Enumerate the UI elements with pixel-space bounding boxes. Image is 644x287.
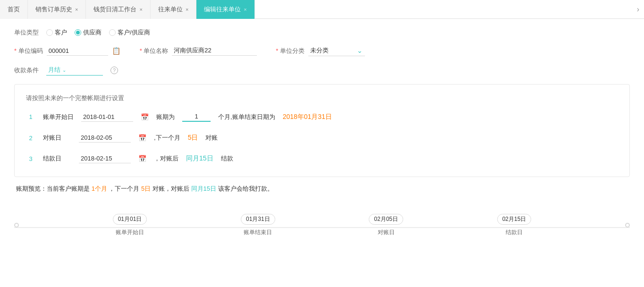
payment-row: 收款条件 月结 ⌄ ?: [14, 65, 630, 76]
close-sales-history-icon[interactable]: ×: [75, 7, 78, 12]
radio-both-label: 客户/供应商: [118, 28, 150, 37]
period-desc-1b: 个月,账单结束日期为: [218, 113, 275, 121]
preview-prefix: 账期预览：当前客户账期是: [16, 185, 90, 192]
period-label-3: 结款日: [43, 154, 71, 163]
timeline-node-0: 01月01日 账单开始日: [113, 214, 147, 236]
period-row-3: 3 结款日 2018-02-15 📅 ，对账后 同月15日 结款: [26, 154, 618, 163]
tab-home-label: 首页: [8, 5, 20, 14]
close-cash-work-icon[interactable]: ×: [139, 7, 142, 12]
tab-sales-history[interactable]: 销售订单历史 ×: [28, 0, 86, 19]
radio-supplier-circle: [75, 29, 81, 36]
unit-code-group: 单位编码 000001 📋: [14, 46, 121, 56]
preview-highlight-2: 5日: [141, 185, 151, 192]
unit-name-group: 单位名称 河南供应商22: [140, 46, 257, 56]
preview-middle-1: ，下一个月: [109, 185, 139, 192]
timeline-badge-1: 01月31日: [241, 214, 275, 225]
unit-name-label: 单位名称: [140, 47, 169, 55]
period-num-2: 2: [26, 135, 35, 142]
period-date-3[interactable]: 2018-02-15: [79, 154, 131, 163]
close-edit-partner-icon[interactable]: ×: [244, 7, 246, 12]
timeline-badge-2: 02月05日: [369, 214, 403, 225]
unit-info-row: 单位编码 000001 📋 单位名称 河南供应商22 单位分类 未分类 ⌄: [14, 45, 630, 56]
tab-edit-partner-label: 编辑往来单位: [204, 5, 241, 14]
unit-code-input[interactable]: 000001: [47, 46, 108, 56]
period-row-2: 2 对账日 2018-02-05 📅 ,下一个月 5日 对账: [26, 133, 618, 143]
period-desc-2a: ,下一个月: [154, 134, 180, 142]
timeline-label-3: 结款日: [506, 228, 523, 236]
period-label-2: 对账日: [43, 134, 71, 142]
tab-cash-work-label: 钱货日清工作台: [93, 5, 136, 14]
period-num-3: 3: [26, 155, 35, 162]
unit-code-label: 单位编码: [14, 47, 43, 55]
tab-home[interactable]: 首页: [0, 0, 28, 19]
tab-sales-history-label: 销售订单历史: [35, 5, 72, 14]
timeline-node-1: 01月31日 账单结束日: [241, 214, 275, 236]
calendar-icon-1[interactable]: 📅: [141, 113, 149, 121]
timeline-node-3: 02月15日 结款日: [497, 214, 532, 236]
tab-partner-label: 往来单位: [158, 5, 183, 14]
tab-partner[interactable]: 往来单位 ×: [151, 0, 196, 19]
category-chevron-icon: ⌄: [357, 47, 363, 54]
preview-suffix: 该客户会给我打款。: [218, 185, 273, 192]
period-highlight-date-1: 2018年01月31日: [283, 113, 332, 121]
unit-category-group: 单位分类 未分类 ⌄: [276, 45, 365, 56]
period-highlight-3: 同月15日: [186, 154, 213, 163]
timeline-end-dot: [625, 223, 630, 228]
payment-value: 月结: [48, 66, 60, 74]
period-desc-1a: 账期为: [156, 113, 175, 121]
unit-type-row: 单位类型 客户 供应商 客户/供应商: [14, 28, 630, 37]
period-desc-2b: 对账: [205, 134, 218, 142]
payment-chevron-icon: ⌄: [62, 68, 66, 73]
timeline-items: 01月01日 账单开始日 01月31日 账单结束日 02月05日 对账日 02月…: [14, 214, 630, 236]
radio-supplier[interactable]: 供应商: [75, 28, 102, 37]
unit-category-select[interactable]: 未分类 ⌄: [308, 45, 365, 56]
unit-code-icon[interactable]: 📋: [112, 47, 121, 55]
payment-label: 收款条件: [14, 66, 39, 75]
period-date-1[interactable]: 2018-01-01: [81, 112, 133, 122]
timeline-badge-3: 02月15日: [497, 214, 532, 225]
preview-text: 账期预览：当前客户账期是 1个月 ，下一个月 5日 对账，对账后 同月15日 该…: [14, 185, 630, 193]
payment-help-icon[interactable]: ?: [110, 67, 118, 74]
period-num-input-1[interactable]: 1: [182, 112, 211, 122]
period-row-1: 1 账单开始日 2018-01-01 📅 账期为 1 个月,账单结束日期为 20…: [26, 112, 618, 122]
unit-type-radio-group: 客户 供应商 客户/供应商: [46, 28, 150, 37]
timeline-start-dot: [14, 223, 19, 228]
timeline-container: 01月01日 账单开始日 01月31日 账单结束日 02月05日 对账日 02月…: [14, 204, 630, 251]
period-label-1: 账单开始日: [43, 113, 74, 121]
radio-customer-circle: [46, 29, 53, 36]
period-box: 请按照未来的一个完整帐期进行设置 1 账单开始日 2018-01-01 📅 账期…: [14, 84, 630, 177]
radio-both-circle: [109, 29, 116, 36]
radio-customer-label: 客户: [55, 28, 67, 37]
radio-both[interactable]: 客户/供应商: [109, 28, 150, 37]
preview-highlight-1: 1个月: [92, 185, 107, 192]
tab-cash-work[interactable]: 钱货日清工作台 ×: [86, 0, 150, 19]
close-partner-icon[interactable]: ×: [186, 7, 188, 12]
main-content: 单位类型 客户 供应商 客户/供应商 单位编码 000001 📋 单位名称 河南…: [0, 19, 644, 287]
radio-supplier-label: 供应商: [83, 28, 102, 37]
period-box-title: 请按照未来的一个完整帐期进行设置: [26, 94, 618, 102]
calendar-icon-3[interactable]: 📅: [138, 155, 146, 162]
preview-middle-2: 对账，对账后: [153, 185, 189, 192]
period-highlight-2: 5日: [188, 134, 198, 142]
unit-category-value: 未分类: [310, 46, 329, 55]
unit-name-input[interactable]: 河南供应商22: [172, 46, 257, 56]
tab-edit-partner[interactable]: 编辑往来单位 ×: [196, 0, 254, 19]
period-date-2[interactable]: 2018-02-05: [79, 133, 131, 143]
period-desc-3a: ，对账后: [154, 154, 178, 163]
period-num-1: 1: [26, 113, 35, 120]
timeline-node-2: 02月05日 对账日: [369, 214, 403, 236]
timeline-label-2: 对账日: [378, 228, 395, 236]
radio-customer[interactable]: 客户: [46, 28, 67, 37]
tab-bar: 首页 销售订单历史 × 钱货日清工作台 × 往来单位 × 编辑往来单位 × ›: [0, 0, 644, 19]
unit-type-label: 单位类型: [14, 28, 39, 37]
timeline-label-1: 账单结束日: [244, 228, 272, 236]
payment-select[interactable]: 月结 ⌄: [46, 65, 103, 76]
timeline-label-0: 账单开始日: [116, 228, 144, 236]
period-desc-3b: 结款: [221, 154, 233, 163]
preview-highlight-3: 同月15日: [191, 185, 216, 192]
calendar-icon-2[interactable]: 📅: [138, 134, 146, 142]
tab-expand-icon[interactable]: ›: [632, 5, 644, 14]
timeline-badge-0: 01月01日: [113, 214, 147, 225]
unit-category-label: 单位分类: [276, 47, 305, 55]
